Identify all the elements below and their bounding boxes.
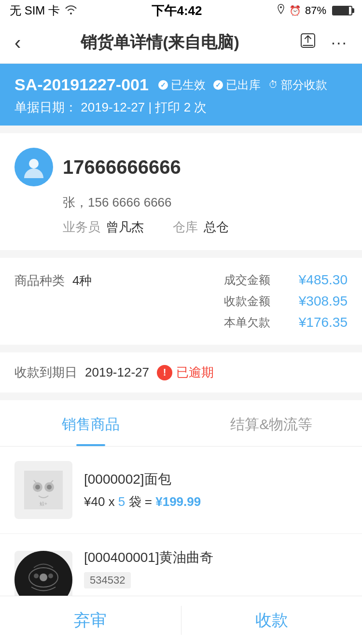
product-info-1: [0000002]面包 ¥40 x 5 袋 = ¥199.99: [84, 470, 348, 510]
svg-point-11: [40, 574, 47, 581]
salesperson-item: 业务员 曾凡杰: [63, 219, 144, 236]
tabs-section: 销售商品 结算&物流等 鲸+: [0, 400, 362, 626]
alarm-icon: ⏰: [289, 5, 301, 16]
customer-sub: 张，156 6666 6666: [14, 194, 348, 211]
stats-left: 商品种类 4种: [14, 272, 203, 289]
battery-icon: [332, 6, 352, 15]
product-name-2: [000400001]黄油曲奇: [84, 548, 348, 567]
status-badges: ✓ 已生效 ✓ 已出库 ⏱ 部分收款: [158, 77, 327, 93]
customer-row: 17666666666: [14, 148, 348, 186]
page-title: 销货单详情(来自电脑): [81, 31, 239, 54]
share-icon[interactable]: [299, 32, 317, 53]
location-icon: [277, 4, 285, 17]
deal-amount-row: 成交金额 ¥485.30: [203, 272, 348, 288]
banner-date: 单据日期： 2019-12-27 | 打印 2 次: [14, 99, 348, 116]
owed-amount-label: 本单欠款: [203, 315, 270, 330]
tabs-row: 销售商品 结算&物流等: [0, 400, 362, 447]
salesperson-label: 业务员: [63, 219, 100, 236]
stats-right: 成交金额 ¥485.30 收款金额 ¥308.95 本单欠款 ¥176.35: [203, 272, 348, 330]
status-partial-label: 部分收款: [281, 77, 327, 93]
nav-actions: ···: [299, 32, 348, 53]
more-icon[interactable]: ···: [331, 33, 348, 52]
avatar: [14, 148, 53, 186]
status-shipped-label: 已出库: [226, 77, 261, 93]
due-date-label: 收款到期日: [14, 364, 77, 381]
status-right: ⏰ 87%: [277, 4, 352, 17]
owed-amount-value: ¥176.35: [280, 315, 348, 330]
battery-percent: 87%: [305, 4, 326, 17]
customer-section: 17666666666 张，156 6666 6666 业务员 曾凡杰 仓库 总…: [0, 133, 362, 250]
customer-meta: 业务员 曾凡杰 仓库 总仓: [14, 219, 348, 236]
status-badge-shipped: ✓ 已出库: [213, 77, 261, 93]
stats-section: 商品种类 4种 成交金额 ¥485.30 收款金额 ¥308.95 本单欠款 ¥…: [0, 258, 362, 345]
order-number: SA-20191227-001: [14, 75, 149, 94]
status-bar: 无 SIM 卡 下午4:42 ⏰ 87%: [0, 0, 362, 21]
product-thumbnail-1: 鲸+: [14, 461, 72, 519]
wifi-icon: [65, 4, 77, 17]
product-sku-2: 534532: [84, 572, 131, 588]
deal-amount-value: ¥485.30: [280, 272, 348, 288]
received-amount-value: ¥308.95: [280, 294, 348, 309]
back-button[interactable]: ‹: [14, 33, 21, 52]
status-effective-label: 已生效: [171, 77, 206, 93]
overdue-badge: ! 已逾期: [157, 364, 214, 381]
customer-id: 17666666666: [63, 156, 181, 178]
confirm-button[interactable]: 收款: [181, 596, 362, 644]
status-badge-partial: ⏱ 部分收款: [268, 77, 327, 93]
warehouse-value: 总仓: [204, 219, 229, 236]
banner-top: SA-20191227-001 ✓ 已生效 ✓ 已出库 ⏱ 部分收款: [14, 75, 348, 94]
nav-bar: ‹ 销货单详情(来自电脑) ···: [0, 21, 362, 64]
status-badge-effective: ✓ 已生效: [158, 77, 206, 93]
salesperson-value: 曾凡杰: [106, 219, 144, 236]
svg-point-6: [35, 485, 40, 490]
product-item: 鲸+ [0000002]面包 ¥40 x 5 袋 = ¥199.99: [0, 447, 362, 534]
cancel-button[interactable]: 弃审: [0, 596, 181, 644]
tab-sales-products[interactable]: 销售商品: [0, 400, 181, 446]
status-left: 无 SIM 卡: [10, 3, 77, 18]
svg-point-12: [34, 574, 39, 578]
owed-amount-row: 本单欠款 ¥176.35: [203, 315, 348, 330]
warehouse-label: 仓库: [173, 219, 198, 236]
svg-point-7: [47, 485, 52, 490]
time-display: 下午4:42: [152, 2, 202, 19]
clock-icon: ⏱: [268, 79, 278, 90]
svg-point-2: [29, 159, 39, 168]
overdue-icon: !: [157, 365, 172, 380]
tab-settlement[interactable]: 结算&物流等: [181, 400, 362, 446]
bottom-bar: 弃审 收款: [0, 596, 362, 644]
due-section: 收款到期日 2019-12-27 ! 已逾期: [0, 352, 362, 392]
product-name-1: [0000002]面包: [84, 470, 348, 489]
svg-text:鲸+: 鲸+: [40, 501, 47, 506]
warehouse-item: 仓库 总仓: [173, 219, 229, 236]
overdue-text: 已逾期: [176, 364, 214, 381]
svg-point-13: [48, 574, 53, 578]
svg-point-0: [280, 6, 282, 8]
product-type-count: 4种: [72, 272, 92, 289]
deal-amount-label: 成交金额: [203, 272, 270, 288]
due-date-value: 2019-12-27: [85, 365, 149, 380]
carrier-text: 无 SIM 卡: [10, 3, 60, 18]
received-amount-row: 收款金额 ¥308.95: [203, 294, 348, 309]
received-amount-label: 收款金额: [203, 294, 270, 309]
product-price-1: ¥40 x 5 袋 = ¥199.99: [84, 493, 348, 510]
header-banner: SA-20191227-001 ✓ 已生效 ✓ 已出库 ⏱ 部分收款 单据日期：…: [0, 64, 362, 126]
product-type-label: 商品种类: [14, 272, 65, 289]
